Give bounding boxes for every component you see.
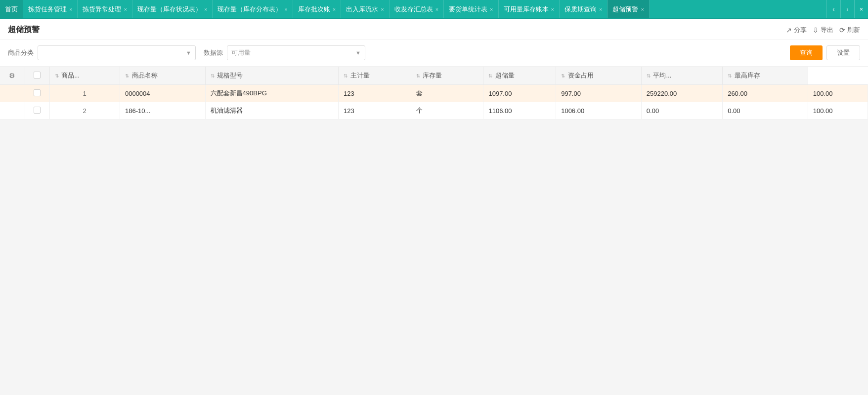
nav-close-btn[interactable]: × xyxy=(124,6,127,12)
col-maxstock-label: 最高库存 xyxy=(735,72,760,79)
category-filter-group: 商品分类 ▼ xyxy=(8,45,196,60)
sort-icon: ⇅ xyxy=(55,73,59,79)
nav-arrows: ‹ › × xyxy=(826,0,868,19)
nav-item[interactable]: 可用量库存账本× xyxy=(499,0,560,19)
nav-item[interactable]: 拣货任务管理× xyxy=(23,0,78,19)
data-table: ⚙ ⇅ 商品... ⇅ 商品名称 ⇅ 规格型号 xyxy=(0,67,868,119)
table-header-row: ⚙ ⇅ 商品... ⇅ 商品名称 ⇅ 规格型号 xyxy=(0,67,868,85)
settings-button[interactable]: 设置 xyxy=(826,45,860,60)
sort-icon: ⇅ xyxy=(125,73,129,79)
table-cell: 1006.00 xyxy=(556,102,642,119)
datasource-chevron-icon: ▼ xyxy=(355,50,361,56)
table-row: 2186-10...机油滤清器123个1106.001006.000.000.0… xyxy=(0,102,868,119)
col-header-capital[interactable]: ⇅ 资金占用 xyxy=(556,67,642,85)
nav-item[interactable]: 收发存汇总表× xyxy=(390,0,444,19)
refresh-button[interactable]: ⟳ 刷新 xyxy=(839,26,860,35)
col-header-name[interactable]: ⇅ 商品名称 xyxy=(120,67,205,85)
refresh-icon: ⟳ xyxy=(839,26,845,34)
nav-close-btn[interactable]: × xyxy=(381,6,384,12)
table-cell: 0.00 xyxy=(641,102,722,119)
col-capital-label: 资金占用 xyxy=(568,72,594,79)
cell-settings xyxy=(0,102,25,119)
datasource-select[interactable]: 可用量 ▼ xyxy=(227,45,365,60)
sort-icon: ⇅ xyxy=(416,73,420,79)
nav-item[interactable]: 出入库流水× xyxy=(341,0,389,19)
table-row: 10000004六配套新昌490BPG123套1097.00997.002592… xyxy=(0,85,868,102)
share-button[interactable]: ↗ 分享 xyxy=(786,26,807,35)
sort-icon: ⇅ xyxy=(344,73,347,79)
nav-close-btn[interactable]: × xyxy=(333,6,336,12)
col-header-sku[interactable]: ⇅ 商品... xyxy=(49,67,120,85)
cell-index: 1 xyxy=(49,85,120,102)
cell-settings xyxy=(0,85,25,102)
table-cell: 186-10... xyxy=(120,102,205,119)
col-unit-label: 主计量 xyxy=(350,72,370,79)
table-settings-icon[interactable]: ⚙ xyxy=(7,71,17,80)
col-header-unit[interactable]: ⇅ 主计量 xyxy=(338,67,411,85)
nav-item[interactable]: 首页 xyxy=(0,0,23,19)
nav-close-btn[interactable]: × xyxy=(551,6,554,12)
nav-next-arrow[interactable]: › xyxy=(840,0,854,19)
category-select[interactable]: ▼ xyxy=(38,45,196,60)
nav-close-btn[interactable]: × xyxy=(284,6,287,12)
nav-close-btn[interactable]: × xyxy=(641,6,644,12)
cell-index: 2 xyxy=(49,102,120,119)
table-cell: 100.00 xyxy=(808,85,868,102)
page-header: 超储预警 ↗ 分享 ⇩ 导出 ⟳ 刷新 xyxy=(0,19,868,40)
datasource-filter-group: 数据源 可用量 ▼ xyxy=(204,45,365,60)
col-spec-label: 规格型号 xyxy=(217,72,243,79)
export-button[interactable]: ⇩ 导出 xyxy=(813,26,833,35)
nav-close-arrow[interactable]: × xyxy=(854,0,868,19)
export-icon: ⇩ xyxy=(813,26,819,34)
col-stock-label: 库存量 xyxy=(423,72,442,79)
nav-item[interactable]: 要货单统计表× xyxy=(444,0,498,19)
col-header-over[interactable]: ⇅ 超储量 xyxy=(483,67,556,85)
table-cell: 个 xyxy=(411,102,483,119)
nav-item[interactable]: 现存量（库存状况表）× xyxy=(132,0,213,19)
col-header-checkbox[interactable] xyxy=(25,67,49,85)
table-cell: 六配套新昌490BPG xyxy=(205,85,338,102)
nav-item[interactable]: 现存量（库存分布表）× xyxy=(213,0,293,19)
cell-checkbox[interactable] xyxy=(25,102,49,119)
top-nav: 首页拣货任务管理×拣货异常处理×现存量（库存状况表）×现存量（库存分布表）×库存… xyxy=(0,0,868,19)
nav-close-btn[interactable]: × xyxy=(204,6,207,12)
table-cell: 259220.00 xyxy=(641,85,722,102)
table-cell: 0.00 xyxy=(723,102,808,119)
col-sku-label: 商品... xyxy=(61,72,80,79)
page-content: 超储预警 ↗ 分享 ⇩ 导出 ⟳ 刷新 商品分类 ▼ 数据源 xyxy=(0,19,868,119)
nav-item[interactable]: 超储预警× xyxy=(608,0,649,19)
nav-item[interactable]: 库存批次账× xyxy=(293,0,341,19)
row-checkbox[interactable] xyxy=(34,89,41,96)
nav-prev-arrow[interactable]: ‹ xyxy=(826,0,840,19)
sort-icon: ⇅ xyxy=(488,73,492,79)
sort-icon: ⇅ xyxy=(647,73,651,79)
nav-close-btn[interactable]: × xyxy=(69,6,72,12)
nav-item[interactable]: 保质期查询× xyxy=(560,0,608,19)
nav-close-btn[interactable]: × xyxy=(435,6,438,12)
table-cell: 套 xyxy=(411,85,483,102)
sort-icon: ⇅ xyxy=(728,73,732,79)
cell-checkbox[interactable] xyxy=(25,85,49,102)
table-cell: 1097.00 xyxy=(483,85,556,102)
datasource-label: 数据源 xyxy=(204,48,223,57)
col-header-settings[interactable]: ⚙ xyxy=(0,67,25,85)
sort-icon: ⇅ xyxy=(561,73,565,79)
query-button[interactable]: 查询 xyxy=(790,45,823,60)
row-checkbox[interactable] xyxy=(34,107,41,114)
filter-bar: 商品分类 ▼ 数据源 可用量 ▼ 查询 设置 xyxy=(0,40,868,67)
table-cell: 机油滤清器 xyxy=(205,102,338,119)
select-all-checkbox[interactable] xyxy=(34,72,41,79)
table-container: ⚙ ⇅ 商品... ⇅ 商品名称 ⇅ 规格型号 xyxy=(0,67,868,119)
col-over-label: 超储量 xyxy=(495,72,515,79)
table-cell: 997.00 xyxy=(556,85,642,102)
col-header-stock[interactable]: ⇅ 库存量 xyxy=(411,67,483,85)
nav-close-btn[interactable]: × xyxy=(490,6,493,12)
category-chevron-icon: ▼ xyxy=(186,50,191,56)
col-header-spec[interactable]: ⇅ 规格型号 xyxy=(205,67,338,85)
nav-item[interactable]: 拣货异常处理× xyxy=(78,0,132,19)
col-header-avg[interactable]: ⇅ 平均... xyxy=(641,67,722,85)
col-header-maxstock[interactable]: ⇅ 最高库存 xyxy=(723,67,808,85)
page-title: 超储预警 xyxy=(8,25,40,35)
nav-close-btn[interactable]: × xyxy=(599,6,602,12)
table-cell: 260.00 xyxy=(723,85,808,102)
